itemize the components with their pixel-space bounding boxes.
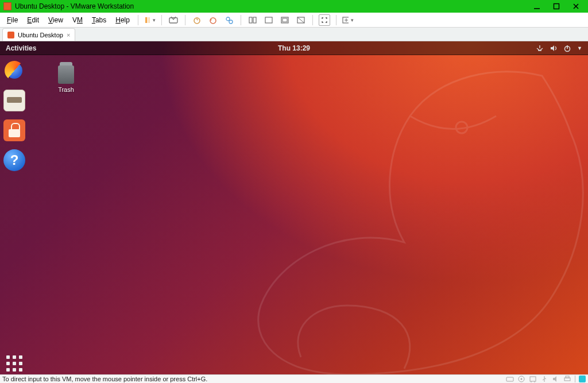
dock-item-firefox[interactable]: [3, 60, 25, 82]
clock[interactable]: Thu 13:29: [278, 44, 310, 52]
separator: [161, 15, 162, 25]
ubuntu-dock: ?: [0, 55, 29, 374]
host-title: Ubuntu Desktop - VMware Workstation: [15, 2, 134, 10]
desktop-icon-trash[interactable]: Trash: [49, 62, 83, 93]
svg-point-8: [210, 18, 216, 24]
menu-tabs[interactable]: Tabs: [87, 15, 111, 25]
svg-rect-28: [564, 378, 570, 381]
menu-edit[interactable]: Edit: [22, 15, 44, 25]
svg-point-10: [229, 20, 233, 24]
window-controls: [532, 1, 585, 11]
statusbar-separator: [575, 376, 575, 382]
svg-point-9: [226, 17, 230, 21]
view-single-button[interactable]: [247, 14, 258, 26]
activities-button[interactable]: Activities: [6, 44, 36, 52]
svg-rect-12: [253, 17, 256, 23]
svg-rect-22: [506, 377, 513, 381]
power-pause-button[interactable]: [144, 14, 156, 26]
guest-display[interactable]: Activities Thu 13:29 ▼ ?: [0, 41, 588, 374]
maximize-button[interactable]: [551, 1, 562, 11]
separator: [185, 15, 185, 25]
statusbar-hint: To direct input to this VM, move the mou…: [2, 376, 207, 382]
desktop-icon-label: Trash: [49, 86, 83, 93]
host-tabstrip: Ubuntu Desktop ×: [0, 28, 588, 41]
svg-line-17: [297, 17, 304, 23]
svg-rect-1: [554, 4, 559, 9]
separator: [241, 15, 241, 25]
host-titlebar: Ubuntu Desktop - VMware Workstation: [0, 0, 588, 13]
show-applications-button[interactable]: [3, 353, 25, 374]
desktop-area[interactable]: Trash: [29, 55, 588, 374]
snapshot-revert-button[interactable]: [207, 14, 219, 26]
svg-rect-4: [145, 17, 148, 23]
apps-grid-icon: [6, 355, 22, 372]
printer-icon[interactable]: [563, 376, 571, 382]
vmware-logo-icon: [3, 2, 11, 10]
message-log-button[interactable]: [579, 376, 586, 382]
vm-tab[interactable]: Ubuntu Desktop ×: [2, 28, 75, 41]
dock-item-software[interactable]: [3, 119, 25, 141]
close-icon[interactable]: ×: [67, 32, 70, 38]
vm-tab-icon: [7, 32, 14, 38]
hdd-icon[interactable]: [506, 376, 514, 382]
minimize-button[interactable]: [532, 1, 542, 11]
chevron-down-icon: ▼: [577, 45, 582, 51]
usb-icon[interactable]: [540, 376, 548, 382]
host-menubar: File Edit View VM Tabs Help: [0, 13, 588, 28]
close-button[interactable]: [571, 1, 581, 11]
view-console-button[interactable]: [295, 14, 307, 26]
snapshot-take-button[interactable]: [191, 14, 203, 26]
separator: [312, 15, 313, 25]
gnome-topbar: Activities Thu 13:29 ▼: [0, 41, 588, 55]
svg-rect-6: [169, 18, 177, 23]
host-statusbar: To direct input to this VM, move the mou…: [0, 374, 588, 383]
svg-rect-15: [283, 18, 287, 22]
menu-view[interactable]: View: [44, 15, 68, 25]
separator: [138, 15, 138, 25]
stretch-guest-button[interactable]: [342, 14, 354, 26]
dock-item-help[interactable]: ?: [3, 149, 25, 171]
menu-help[interactable]: Help: [111, 15, 134, 25]
dock-item-files[interactable]: [3, 90, 25, 111]
volume-icon: [550, 44, 558, 52]
network-adapter-icon[interactable]: [529, 376, 537, 382]
view-tile-button[interactable]: [263, 14, 274, 26]
svg-rect-29: [566, 376, 569, 378]
system-status-area[interactable]: ▼: [536, 44, 582, 52]
svg-rect-5: [149, 17, 149, 23]
svg-rect-11: [249, 17, 252, 23]
statusbar-device-icons: [506, 376, 586, 382]
svg-point-24: [521, 378, 523, 380]
network-icon: [536, 44, 544, 52]
svg-rect-13: [265, 17, 272, 23]
sound-icon[interactable]: [552, 376, 560, 382]
power-icon: [563, 44, 571, 52]
snapshot-manager-button[interactable]: [223, 14, 235, 26]
svg-rect-25: [530, 377, 536, 381]
trash-icon: [56, 62, 76, 84]
menu-vm[interactable]: VM: [68, 15, 87, 25]
cd-icon[interactable]: [517, 376, 525, 382]
menu-file[interactable]: File: [2, 15, 22, 25]
view-unity-button[interactable]: [279, 14, 291, 26]
separator: [336, 15, 336, 25]
fullscreen-button[interactable]: [319, 14, 330, 26]
send-ctrl-alt-del-button[interactable]: [168, 14, 179, 26]
vm-tab-label: Ubuntu Desktop: [18, 32, 63, 38]
